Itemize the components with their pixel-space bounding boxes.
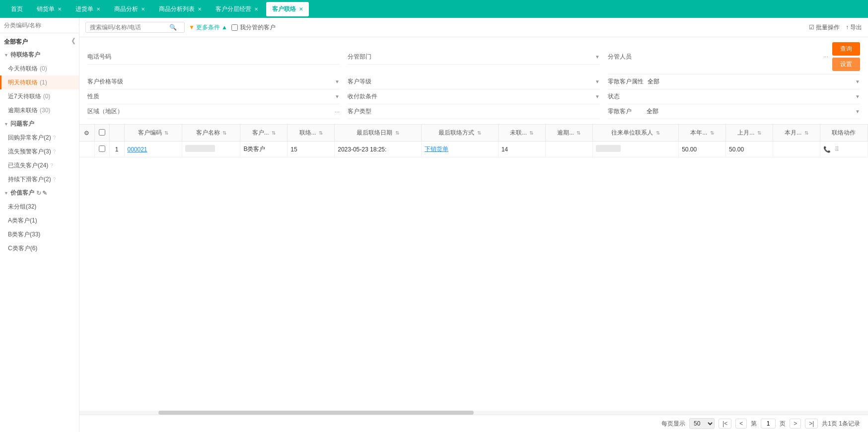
filter-retail-attr-select[interactable]: 全部 ▼ <box>648 77 860 86</box>
filter-dept: 分管部门 ▼ <box>348 53 600 65</box>
nav-close-product-analysis-list[interactable]: ✕ <box>198 6 202 12</box>
filter-level-select[interactable]: ▼ <box>386 79 600 84</box>
filter-retail-attr: 零散客户属性 全部 ▼ <box>608 77 860 89</box>
next-page-btn[interactable]: > <box>790 419 801 429</box>
sidebar-item-ungrouped[interactable]: 未分组(32) <box>0 200 79 214</box>
filter-gender-label: 性质 <box>87 92 122 101</box>
set-btn[interactable]: 设置 <box>832 58 860 71</box>
export-btn[interactable]: ↑ 导出 <box>846 23 862 32</box>
scrollbar-area[interactable] <box>79 411 868 415</box>
prev-page-btn[interactable]: < <box>735 419 747 429</box>
top-nav: 首页 销货单 ✕ 进货单 ✕ 商品分析 ✕ 商品分析列表 ✕ 客户分层经营 ✕ … <box>0 0 868 18</box>
sidebar-item-class-a[interactable]: A类客户(1) <box>0 214 79 227</box>
th-last-date[interactable]: 最后联络日期 ⇅ <box>335 125 422 142</box>
filter-retail-customer-label: 零散客户 <box>608 107 643 116</box>
filter-price-select[interactable]: ▼ <box>127 79 340 84</box>
filter-phone-input[interactable] <box>126 53 340 60</box>
th-type[interactable]: 客户... ⇅ <box>240 125 288 142</box>
sidebar-item-declining[interactable]: 持续下滑客户(2) ? <box>0 172 79 186</box>
sidebar-item-tomorrow-pending[interactable]: 明天待联络(1) <box>0 75 79 89</box>
last-method-link[interactable]: 下销货单 <box>425 145 448 152</box>
page-suffix: 页 <box>780 420 786 428</box>
th-last-method[interactable]: 最后联络方式 ⇅ <box>422 125 499 142</box>
row-checkbox[interactable] <box>94 142 109 157</box>
filter-payment-label: 收付款条件 <box>348 92 382 101</box>
sidebar-item-churn-warning[interactable]: 流失预警客户(3) ? <box>0 144 79 158</box>
th-contact[interactable]: 联络... ⇅ <box>288 125 335 142</box>
nav-purchase-order[interactable]: 进货单 ✕ <box>70 2 106 16</box>
my-customers-checkbox-label[interactable]: 我分管的客户 <box>231 23 276 32</box>
th-overdue[interactable]: 逾期... ⇅ <box>545 125 592 142</box>
sort-icon-last-month: ⇅ <box>757 130 761 136</box>
sidebar-item-overdue-contact[interactable]: 逾期未联络(30) <box>0 103 79 117</box>
bulk-action-btn[interactable]: ☑ 批量操作 <box>809 23 840 32</box>
value-group-title: 价值客户 ↻ ✎ <box>0 186 79 200</box>
nav-customer-tier[interactable]: 客户分层经营 ✕ <box>210 2 264 16</box>
nav-close-product-analysis[interactable]: ✕ <box>141 6 145 12</box>
th-this-month[interactable]: 本月... ⇅ <box>773 125 820 142</box>
my-customers-checkbox[interactable] <box>231 24 238 31</box>
th-unit-contact[interactable]: 往来单位联系人 ⇅ <box>592 125 679 142</box>
action-more-icon[interactable]: ⠿ <box>835 146 839 153</box>
filter-retail-customer: 零散客户 全部 ▼ <box>608 107 860 119</box>
th-last-month[interactable]: 上月... ⇅ <box>726 125 773 142</box>
nav-close-sales-order[interactable]: ✕ <box>58 6 62 12</box>
nav-customer-contact[interactable]: 客户联络 ✕ <box>266 2 309 16</box>
search-input[interactable] <box>90 24 169 31</box>
nav-product-analysis-list[interactable]: 商品分析列表 ✕ <box>153 2 208 16</box>
nav-close-customer-tier[interactable]: ✕ <box>254 6 258 12</box>
sort-icon-this-month: ⇅ <box>804 130 808 136</box>
th-this-year[interactable]: 本年... ⇅ <box>679 125 726 142</box>
filter-gender-select[interactable]: ▼ <box>126 94 340 99</box>
value-group-edit[interactable]: ✎ <box>42 190 47 197</box>
nav-product-analysis[interactable]: 商品分析 ✕ <box>108 2 151 16</box>
th-settings[interactable]: ⚙ <box>79 125 94 142</box>
sidebar-item-class-c[interactable]: C类客户(6) <box>0 241 79 255</box>
search-btn[interactable]: 🔍 <box>169 24 177 31</box>
chevron-down-icon-status: ▼ <box>855 94 860 99</box>
row-last-month: 50.00 <box>726 142 773 157</box>
more-filter-btn[interactable]: ▼ 更多条件 ▲ <box>189 23 227 32</box>
sidebar-item-7day-pending[interactable]: 近7天待联络(0) <box>0 89 79 103</box>
select-all-checkbox[interactable] <box>99 129 105 136</box>
page-input[interactable] <box>761 419 776 429</box>
filter-level-label: 客户等级 <box>348 77 382 86</box>
sidebar-item-churned[interactable]: 已流失客户(24) ? <box>0 158 79 172</box>
manager-ellipsis-btn[interactable]: ··· <box>823 53 828 60</box>
nav-sales-order[interactable]: 销货单 ✕ <box>31 2 68 16</box>
row-last-method: 下销货单 <box>422 142 499 157</box>
pending-group-title: 待联络客户 <box>0 48 79 62</box>
sidebar-item-class-b[interactable]: B类客户(33) <box>0 227 79 241</box>
per-page-label: 每页显示 <box>661 420 685 428</box>
th-checkbox[interactable] <box>94 125 109 142</box>
filter-customer-type-label: 客户类型 <box>348 107 382 116</box>
row-unit-contact <box>592 142 679 157</box>
scrollbar-thumb[interactable] <box>158 411 474 415</box>
filter-dept-select[interactable]: ▼ <box>386 54 600 60</box>
row-select-checkbox[interactable] <box>99 145 105 152</box>
nav-close-customer-contact[interactable]: ✕ <box>299 6 303 12</box>
customer-code-link[interactable]: 000021 <box>128 146 147 153</box>
action-phone-icon[interactable]: 📞 <box>823 146 831 153</box>
collapse-icon[interactable]: 《 <box>68 37 75 46</box>
value-group-refresh[interactable]: ↻ <box>36 190 41 197</box>
last-page-btn[interactable]: >| <box>805 419 818 429</box>
sidebar-search-input[interactable] <box>4 22 78 29</box>
nav-home[interactable]: 首页 <box>5 2 29 16</box>
page-label: 第 <box>751 420 757 428</box>
sidebar-item-today-pending[interactable]: 今天待联络(0) <box>0 62 79 75</box>
row-settings <box>79 142 94 157</box>
query-btn[interactable]: 查询 <box>832 42 860 56</box>
th-no-contact[interactable]: 未联... ⇅ <box>498 125 545 142</box>
first-page-btn[interactable]: |< <box>719 419 731 429</box>
filter-payment-select[interactable]: ▼ <box>386 94 600 99</box>
sidebar-item-abnormal-repurchase[interactable]: 回购异常客户(2) ? <box>0 131 79 144</box>
th-index <box>109 125 124 142</box>
nav-close-purchase-order[interactable]: ✕ <box>96 6 100 12</box>
filter-status-select[interactable]: ▼ <box>647 94 860 99</box>
th-name[interactable]: 客户名称 ⇅ <box>182 125 240 142</box>
page-size-select[interactable]: 50 100 200 <box>689 418 715 429</box>
area-ellipsis-btn[interactable]: ··· <box>335 108 340 115</box>
th-code[interactable]: 客户编码 ⇅ <box>124 125 182 142</box>
filter-retail-customer-select[interactable]: 全部 ▼ <box>647 107 860 116</box>
